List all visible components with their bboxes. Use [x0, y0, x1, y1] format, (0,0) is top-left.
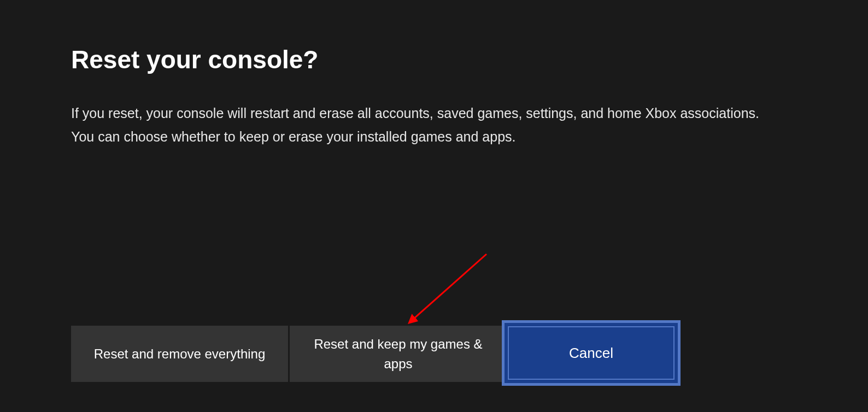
dialog-title: Reset your console? — [71, 45, 797, 74]
svg-line-1 — [413, 254, 486, 320]
reset-keep-button[interactable]: Reset and keep my games & apps — [290, 326, 507, 382]
reset-remove-label: Reset and remove everything — [94, 344, 266, 364]
button-row: Reset and remove everything Reset and ke… — [71, 326, 507, 382]
cancel-button[interactable]: Cancel — [502, 320, 681, 386]
annotation-arrow-icon — [402, 249, 495, 331]
cancel-button-inner: Cancel — [508, 326, 675, 380]
reset-remove-button[interactable]: Reset and remove everything — [71, 326, 288, 382]
cancel-label: Cancel — [569, 345, 613, 362]
dialog-content: Reset your console? If you reset, your c… — [0, 0, 868, 148]
dialog-description: If you reset, your console will restart … — [71, 102, 771, 148]
reset-keep-label: Reset and keep my games & apps — [306, 334, 490, 374]
